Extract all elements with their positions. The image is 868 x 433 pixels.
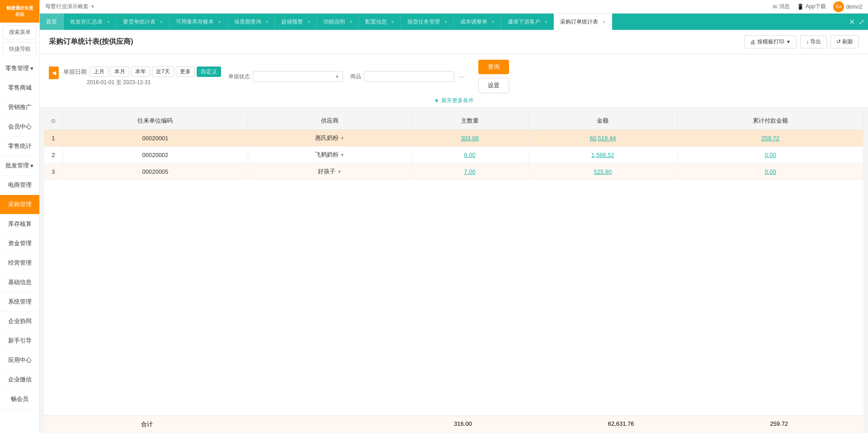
goods-input[interactable]	[364, 71, 454, 82]
table-row[interactable]: 100020001惠氏奶粉 ▼303.0060,519.44259.72	[44, 130, 863, 147]
export-btn[interactable]: ↓导出	[800, 35, 827, 48]
sidebar-item-3[interactable]: 会员中心	[0, 117, 39, 137]
user-menu[interactable]: Ea demo2	[833, 1, 863, 12]
date-this-month-btn[interactable]: 本月	[110, 67, 129, 77]
status-select-wrap	[253, 71, 343, 82]
nav-tab-close-icon-7[interactable]: ×	[392, 19, 394, 24]
nav-tab-9[interactable]: 成本调整单×	[454, 14, 501, 30]
date-last-month-btn[interactable]: 上月	[90, 67, 108, 77]
qty-link[interactable]: 6.00	[464, 152, 475, 158]
search-menu-button[interactable]: 搜索菜单	[3, 25, 37, 39]
column-settings-icon[interactable]: ⚙	[51, 118, 56, 124]
nav-tab-close-icon-11[interactable]: ×	[603, 19, 605, 24]
sidebar-item-7[interactable]: 采购管理	[0, 195, 39, 214]
sidebar: 畅捷通好生意 标版 搜索菜单 快捷导航 零售管理▼零售商城营销推广会员中心零售统…	[0, 0, 40, 433]
nav-tab-close-icon-4[interactable]: ×	[266, 19, 269, 24]
template-print-btn[interactable]: 🖨 按模板打印 ▼	[744, 35, 797, 48]
date-7days-btn[interactable]: 近7天	[152, 67, 174, 77]
date-more-btn[interactable]: 更多	[176, 67, 195, 77]
sidebar-item-1[interactable]: 零售商城	[0, 78, 39, 98]
nav-tab-close-icon-3[interactable]: ×	[218, 19, 221, 24]
sidebar-item-6[interactable]: 电商管理	[0, 176, 39, 195]
paid-link[interactable]: 0.00	[764, 152, 776, 158]
date-custom-btn[interactable]: 自定义	[197, 67, 221, 77]
cell-paid[interactable]: 0.00	[678, 163, 863, 180]
sidebar-item-14[interactable]: 新手引导	[0, 331, 39, 351]
sidebar-item-8[interactable]: 库存核算	[0, 214, 39, 234]
sidebar-item-16[interactable]: 企业微信	[0, 370, 39, 390]
table-row[interactable]: 300020005好孩子 ▼7.00525.800.00	[44, 163, 863, 180]
nav-tab-6[interactable]: 功能说明×	[317, 14, 359, 30]
query-btn-group: 查询 设置	[478, 60, 509, 93]
goods-more-btn[interactable]: ···	[459, 73, 464, 80]
sidebar-item-12[interactable]: 系统管理	[0, 292, 39, 312]
workspace-name: 母婴行业演示账套	[45, 3, 89, 10]
amount-link[interactable]: 1,586.52	[591, 152, 614, 158]
nav-tab-2[interactable]: 要货单统计表×	[117, 14, 170, 30]
paid-link[interactable]: 0.00	[764, 168, 776, 175]
sidebar-item-10[interactable]: 经营管理	[0, 253, 39, 273]
filter-section: ◀ 单据日期 上月 本月 本年 近7天 更多 自定义	[40, 54, 868, 108]
cell-amount[interactable]: 1,586.52	[528, 147, 677, 163]
nav-tab-close-icon-8[interactable]: ×	[444, 19, 447, 24]
cell-amount[interactable]: 525.80	[528, 163, 677, 180]
nav-tab-0[interactable]: 首页	[40, 14, 64, 30]
sidebar-item-5[interactable]: 批发管理▼	[0, 156, 39, 176]
sidebar-item-13[interactable]: 企业协同	[0, 312, 39, 331]
expand-filter-btn[interactable]: ▼ 展开更多条件	[434, 97, 474, 105]
settings-btn[interactable]: 设置	[478, 78, 509, 93]
sidebar-item-9[interactable]: 资金管理	[0, 234, 39, 253]
submenu-arrow-icon: ▼	[30, 163, 34, 168]
maximize-btn[interactable]: ⤢	[859, 18, 864, 26]
paid-link[interactable]: 259.72	[761, 135, 779, 142]
table-row[interactable]: 200020002飞鹤奶粉 ▼6.001,586.520.00	[44, 147, 863, 163]
date-quick-btns: 上月 本月 本年 近7天 更多 自定义	[90, 67, 221, 77]
query-btn[interactable]: 查询	[478, 60, 509, 74]
nav-tab-close-icon-6[interactable]: ×	[349, 19, 352, 24]
cell-paid[interactable]: 259.72	[678, 130, 863, 147]
refresh-btn[interactable]: ↺刷新	[830, 35, 859, 48]
qty-link[interactable]: 303.00	[461, 135, 479, 142]
cell-amount[interactable]: 60,519.44	[528, 130, 677, 147]
quick-nav-button[interactable]: 快捷导航	[3, 42, 37, 56]
cell-qty[interactable]: 6.00	[411, 147, 528, 163]
nav-tab-11[interactable]: 采购订单统计表×	[554, 14, 612, 30]
nav-tab-close-icon-1[interactable]: ×	[107, 19, 110, 24]
nav-tab-close-icon-5[interactable]: ×	[307, 19, 310, 24]
footer-supplier-empty	[226, 420, 384, 428]
nav-tab-5[interactable]: 超储预警×	[275, 14, 317, 30]
nav-tab-4[interactable]: 保质期查询×	[228, 14, 275, 30]
sidebar-item-15[interactable]: 应用中心	[0, 351, 39, 370]
nav-tab-1[interactable]: 收发存汇总表×	[64, 14, 117, 30]
app-download-btn[interactable]: 📱 App下载	[797, 3, 826, 10]
status-select[interactable]	[253, 71, 343, 82]
date-range-display: 2016-01-01 至 2023-12-31	[87, 79, 221, 86]
sidebar-item-17[interactable]: 畅会员	[0, 390, 39, 409]
sidebar-item-2[interactable]: 营销推广	[0, 98, 39, 117]
close-all-tabs-btn[interactable]: ✕	[849, 18, 855, 26]
cell-paid[interactable]: 0.00	[678, 147, 863, 163]
date-this-year-btn[interactable]: 本年	[131, 67, 150, 77]
nav-tab-3[interactable]: 可用量库存账本×	[170, 14, 228, 30]
cell-qty[interactable]: 303.00	[411, 130, 528, 147]
sidebar-item-0[interactable]: 零售管理▼	[0, 59, 39, 78]
nav-tab-10[interactable]: 邀请下游客户×	[501, 14, 554, 30]
amount-link[interactable]: 525.80	[594, 168, 612, 175]
message-btn[interactable]: ✉ 消息	[773, 3, 790, 10]
nav-tab-8[interactable]: 拣货任务管理×	[401, 14, 454, 30]
goods-filter: 商品 ···	[350, 71, 464, 82]
workspace-dropdown[interactable]: 母婴行业演示账套 ▼	[45, 3, 95, 10]
col-settings: ⚙	[44, 112, 62, 130]
amount-link[interactable]: 60,519.44	[590, 135, 616, 142]
footer-empty-1	[50, 420, 68, 428]
nav-tab-7[interactable]: 配置信息×	[359, 14, 401, 30]
cell-qty[interactable]: 7.00	[411, 163, 528, 180]
nav-tab-close-icon-9[interactable]: ×	[492, 19, 495, 24]
collapse-filter-btn[interactable]: ◀	[49, 67, 59, 79]
nav-tab-close-icon-10[interactable]: ×	[545, 19, 547, 24]
sidebar-item-11[interactable]: 基础信息	[0, 273, 39, 292]
sidebar-item-4[interactable]: 零售统计	[0, 137, 39, 156]
nav-tab-close-icon-2[interactable]: ×	[160, 19, 163, 24]
topbar: 母婴行业演示账套 ▼ ✉ 消息 📱 App下载 Ea demo2	[40, 0, 868, 14]
qty-link[interactable]: 7.00	[464, 168, 475, 175]
